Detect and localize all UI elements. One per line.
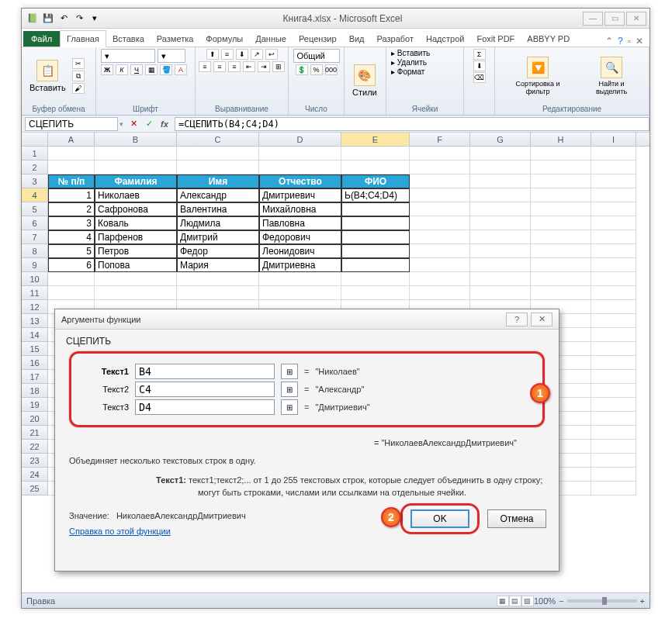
align-center-icon[interactable]: ≡ (213, 61, 226, 72)
cell[interactable] (341, 286, 410, 300)
cell[interactable] (591, 230, 636, 244)
cell[interactable]: 4 (48, 230, 95, 244)
cell[interactable] (531, 244, 591, 258)
ok-button[interactable]: OK (410, 509, 469, 528)
tab-view[interactable]: Вид (343, 31, 371, 47)
dialog-help-icon[interactable]: ? (506, 312, 528, 326)
cell[interactable] (591, 370, 636, 384)
qat-dropdown-icon[interactable]: ▾ (88, 12, 101, 25)
col-header[interactable]: B (95, 133, 177, 146)
cell[interactable] (531, 161, 591, 174)
cells-insert-button[interactable]: ▸ Вставить (391, 49, 430, 57)
cell[interactable] (410, 202, 470, 216)
bold-icon[interactable]: Ж (101, 64, 113, 75)
ribbon-close-icon[interactable]: ✕ (636, 36, 643, 47)
cell[interactable] (591, 342, 636, 356)
cell[interactable] (341, 272, 410, 286)
col-header[interactable]: D (259, 133, 341, 146)
arg3-ref-icon[interactable]: ⊞ (281, 399, 298, 415)
row-header[interactable]: 3 (22, 174, 48, 188)
merge-icon[interactable]: ⊞ (272, 61, 285, 72)
cell[interactable]: Коваль (95, 216, 177, 230)
row-header[interactable]: 23 (22, 454, 48, 468)
row-header[interactable]: 11 (22, 286, 48, 300)
align-left-icon[interactable]: ≡ (199, 61, 211, 72)
cell[interactable]: Павловна (259, 216, 341, 230)
cell[interactable] (591, 161, 636, 174)
dialog-titlebar[interactable]: Аргументы функции ? ✕ (55, 309, 559, 330)
row-header[interactable]: 21 (22, 426, 48, 440)
cell[interactable] (591, 314, 636, 328)
cell[interactable] (259, 272, 341, 286)
row-header[interactable]: 12 (22, 300, 48, 314)
autosum-icon[interactable]: Σ (473, 49, 486, 60)
cell[interactable] (591, 440, 636, 454)
tab-foxit[interactable]: Foxit PDF (470, 31, 521, 47)
row-header[interactable]: 9 (22, 258, 48, 272)
help-icon[interactable]: ? (618, 36, 623, 47)
cell[interactable] (470, 174, 531, 188)
arg1-ref-icon[interactable]: ⊞ (281, 364, 298, 379)
arg3-input[interactable] (135, 399, 275, 415)
row-header[interactable]: 1 (22, 147, 48, 161)
cell[interactable]: 3 (48, 216, 95, 230)
cell[interactable] (410, 188, 470, 202)
cell[interactable]: Петров (95, 244, 177, 258)
align-top-icon[interactable]: ⬆ (206, 49, 219, 60)
cell[interactable] (591, 272, 636, 286)
cell[interactable] (470, 230, 531, 244)
arg1-input[interactable] (135, 364, 275, 379)
maximize-button[interactable]: ▭ (604, 12, 625, 26)
tab-home[interactable]: Главная (60, 30, 106, 47)
cell[interactable]: № п/п (48, 174, 95, 188)
cell[interactable] (95, 286, 177, 300)
cell[interactable]: Дмитриевич (259, 188, 341, 202)
font-name-dropdown[interactable]: ▾ (101, 49, 155, 63)
file-tab[interactable]: Файл (23, 31, 60, 47)
cell[interactable] (410, 174, 470, 188)
fill-icon[interactable]: ⬇ (473, 60, 486, 71)
col-header[interactable]: E (341, 133, 410, 146)
tab-developer[interactable]: Разработ (371, 31, 420, 47)
wrap-text-icon[interactable]: ↩ (265, 49, 278, 60)
cell[interactable] (531, 174, 591, 188)
namebox-dropdown-icon[interactable]: ▾ (120, 120, 123, 128)
row-header[interactable]: 6 (22, 216, 48, 230)
formula-input[interactable]: =СЦЕПИТЬ(B4;C4;D4) (175, 117, 649, 131)
col-header[interactable]: H (531, 133, 591, 146)
tab-formulas[interactable]: Формулы (199, 31, 249, 47)
row-header[interactable]: 13 (22, 314, 48, 328)
cell[interactable] (48, 147, 95, 161)
col-header[interactable]: A (48, 133, 95, 146)
font-size-dropdown[interactable]: ▾ (158, 49, 185, 63)
cell[interactable] (531, 216, 591, 230)
row-header[interactable]: 18 (22, 384, 48, 398)
cell[interactable]: 1 (48, 188, 95, 202)
cell[interactable] (259, 147, 341, 161)
cancel-formula-icon[interactable]: ✕ (126, 117, 140, 131)
cell[interactable]: Людмила (177, 216, 259, 230)
cell[interactable] (591, 328, 636, 342)
row-header[interactable]: 25 (22, 482, 48, 496)
cell[interactable] (177, 147, 259, 161)
cell[interactable]: Дмитриевна (259, 258, 341, 272)
clear-icon[interactable]: ⌫ (473, 72, 486, 83)
fx-icon[interactable]: fx (158, 117, 171, 131)
cell[interactable] (531, 147, 591, 161)
cell[interactable] (95, 272, 177, 286)
cell[interactable]: Леонидович (259, 244, 341, 258)
minimize-ribbon-icon[interactable]: ⌃ (605, 36, 613, 47)
cell[interactable] (531, 230, 591, 244)
cell[interactable] (177, 161, 259, 174)
cell[interactable]: Михайловна (259, 202, 341, 216)
fill-color-icon[interactable]: 🪣 (160, 64, 172, 75)
arg2-ref-icon[interactable]: ⊞ (281, 382, 298, 397)
view-break-icon[interactable]: ▧ (521, 596, 534, 606)
tab-addins[interactable]: Надстрой (420, 31, 470, 47)
find-select-button[interactable]: 🔍Найти и выделить (579, 55, 644, 97)
row-header[interactable]: 8 (22, 244, 48, 258)
cut-icon[interactable]: ✂ (72, 58, 85, 69)
copy-icon[interactable]: ⧉ (72, 71, 85, 81)
cell[interactable]: Дмитрий (177, 230, 259, 244)
orientation-icon[interactable]: ↗ (251, 49, 263, 60)
